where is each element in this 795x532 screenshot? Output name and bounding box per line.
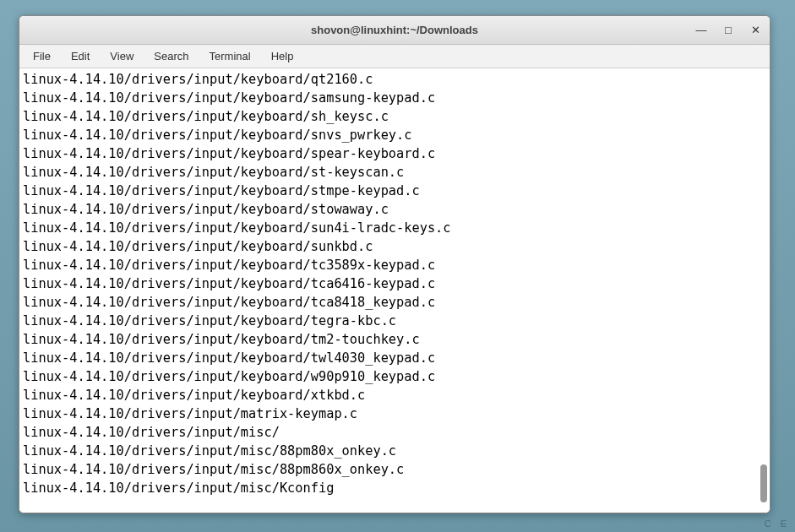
- terminal-line: linux-4.14.10/drivers/input/keyboard/teg…: [23, 312, 766, 330]
- terminal-window: shovon@linuxhint:~/Downloads — □ ✕ File …: [19, 15, 770, 513]
- terminal-output[interactable]: linux-4.14.10/drivers/input/keyboard/qt2…: [19, 68, 770, 513]
- terminal-line: linux-4.14.10/drivers/input/keyboard/twl…: [23, 349, 766, 367]
- terminal-line: linux-4.14.10/drivers/input/matrix-keyma…: [23, 404, 766, 423]
- terminal-line: linux-4.14.10/drivers/input/keyboard/tca…: [23, 293, 766, 312]
- terminal-line: linux-4.14.10/drivers/input/keyboard/tm2…: [23, 330, 766, 349]
- menu-edit[interactable]: Edit: [61, 46, 100, 66]
- terminal-line: linux-4.14.10/drivers/input/keyboard/snv…: [23, 126, 766, 144]
- terminal-line: linux-4.14.10/drivers/input/keyboard/sto…: [23, 200, 766, 219]
- terminal-line: linux-4.14.10/drivers/input/keyboard/sun…: [23, 237, 766, 256]
- menu-terminal[interactable]: Terminal: [199, 46, 261, 66]
- minimize-button[interactable]: —: [692, 20, 711, 39]
- terminal-line: linux-4.14.10/drivers/input/keyboard/sam…: [23, 89, 766, 107]
- terminal-line: linux-4.14.10/drivers/input/keyboard/sh_…: [23, 107, 766, 126]
- terminal-line: linux-4.14.10/drivers/input/keyboard/w90…: [23, 367, 766, 386]
- terminal-line: linux-4.14.10/drivers/input/keyboard/tc3…: [23, 256, 766, 274]
- window-title: shovon@linuxhint:~/Downloads: [311, 24, 478, 36]
- terminal-line: linux-4.14.10/drivers/input/keyboard/spe…: [23, 144, 766, 163]
- close-button[interactable]: ✕: [746, 20, 765, 39]
- terminal-line: linux-4.14.10/drivers/input/keyboard/qt2…: [23, 70, 766, 89]
- terminal-line: linux-4.14.10/drivers/input/keyboard/tca…: [23, 274, 766, 293]
- scrollbar[interactable]: [760, 68, 768, 509]
- terminal-line: linux-4.14.10/drivers/input/keyboard/xtk…: [23, 386, 766, 404]
- terminal-line: linux-4.14.10/drivers/input/keyboard/sun…: [23, 219, 766, 237]
- terminal-line: linux-4.14.10/drivers/input/misc/: [23, 423, 766, 442]
- desktop-indicators: C E: [765, 518, 790, 529]
- scrollbar-thumb[interactable]: [760, 464, 767, 502]
- terminal-line: linux-4.14.10/drivers/input/misc/88pm80x…: [23, 442, 766, 460]
- titlebar[interactable]: shovon@linuxhint:~/Downloads — □ ✕: [19, 16, 770, 45]
- terminal-line: linux-4.14.10/drivers/input/misc/88pm860…: [23, 460, 766, 479]
- terminal-line: linux-4.14.10/drivers/input/keyboard/stm…: [23, 182, 766, 200]
- menu-view[interactable]: View: [100, 46, 144, 66]
- terminal-line: linux-4.14.10/drivers/input/keyboard/st-…: [23, 163, 766, 182]
- window-controls: — □ ✕: [692, 20, 765, 39]
- terminal-line: linux-4.14.10/drivers/input/misc/Kconfig: [23, 479, 766, 497]
- menu-search[interactable]: Search: [144, 46, 199, 66]
- menu-file[interactable]: File: [23, 46, 61, 66]
- menu-help[interactable]: Help: [261, 46, 304, 66]
- menubar: File Edit View Search Terminal Help: [19, 45, 770, 68]
- maximize-button[interactable]: □: [719, 20, 738, 39]
